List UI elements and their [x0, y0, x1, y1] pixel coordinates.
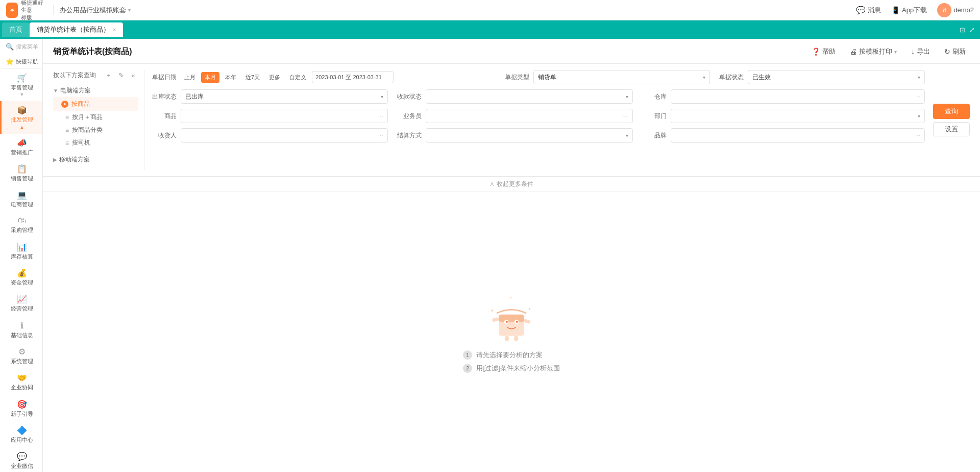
- collapse-bar[interactable]: ∧ 收起更多条件: [43, 177, 980, 192]
- date-range-input[interactable]: [312, 71, 394, 83]
- svg-text:✦: ✦: [490, 308, 494, 314]
- payment-status-control[interactable]: ▾: [426, 89, 633, 104]
- guide-icon: 🎯: [17, 399, 27, 409]
- tabbar: 首页 销货单统计表（按商品） × ⊡ ⤢: [0, 20, 980, 39]
- refresh-icon: ↻: [944, 48, 950, 56]
- out-status-label: 出库状态: [151, 92, 177, 101]
- scheme-subitem-month-goods[interactable]: ≡ 按月＋商品: [53, 111, 138, 124]
- sidebar-item-ecommerce[interactable]: 💻 电商管理: [0, 186, 42, 212]
- date-btn-this-year[interactable]: 本年: [222, 72, 240, 83]
- filter-field-out-status: 出库状态 已出库 ▾: [151, 89, 388, 104]
- tab-active[interactable]: 销货单统计表（按商品） ×: [30, 22, 123, 37]
- receiver-dots: ···: [378, 132, 383, 139]
- doc-status-label: 单据状态: [718, 73, 744, 82]
- tab-close-icon[interactable]: ×: [113, 27, 116, 33]
- content-area: 销货单统计表(按商品) ❓ 帮助 🖨 按模板打印 ▾ ↓ 导出 ↻ 刷新: [43, 39, 980, 472]
- settings-btn[interactable]: 设置: [933, 122, 970, 136]
- scheme-collapse-btn[interactable]: «: [128, 70, 138, 80]
- system-icon: ⚙: [18, 347, 26, 357]
- date-btn-more[interactable]: 更多: [265, 72, 284, 83]
- pin-icon[interactable]: ⊡: [960, 26, 965, 34]
- wechat-icon: 💬: [17, 452, 27, 461]
- fullscreen-icon[interactable]: ⤢: [969, 26, 975, 34]
- sidebar-item-inventory[interactable]: 📊 库存核算: [0, 238, 42, 264]
- help-btn[interactable]: ❓ 帮助: [807, 45, 840, 58]
- scheme-group-mobile: ▶ 移动端方案: [53, 153, 138, 166]
- settlement-control[interactable]: ▾: [426, 128, 633, 143]
- app-download-btn[interactable]: 📱 App下载: [891, 6, 927, 15]
- filter-field-date: 单据日期 上月 本月 本年 近7天 更多 自定义: [151, 71, 496, 83]
- receiver-control[interactable]: ···: [181, 128, 388, 143]
- scheme-panel: 按以下方案查询 + ✎ « ▼ 电脑端方案 ● 按商品: [53, 70, 145, 170]
- date-btn-7days[interactable]: 近7天: [242, 72, 263, 83]
- scheme-item-by-goods[interactable]: ● 按商品: [53, 97, 138, 111]
- sidebar-item-marketing[interactable]: 📣 营销推广: [0, 134, 42, 160]
- sidebar-item-basic-info[interactable]: ℹ 基础信息: [0, 317, 42, 343]
- filter-field-salesperson: 业务员 ···: [396, 109, 633, 123]
- brand-control[interactable]: ···: [671, 128, 925, 143]
- industry-selector[interactable]: 办公用品行业模拟账套 ▾: [60, 6, 131, 15]
- sidebar-item-purchase[interactable]: 🛍 采购管理: [0, 212, 42, 238]
- logo-text: 畅捷通好生意 标版: [21, 0, 47, 21]
- scheme-subitem-driver[interactable]: ≡ 按司机: [53, 136, 138, 149]
- collab-icon: 🤝: [17, 373, 27, 383]
- filter-field-doc-status: 单据状态 已生效 ▾: [718, 70, 925, 84]
- sidebar-item-sales[interactable]: 📋 销售管理: [0, 160, 42, 186]
- logo-icon: [6, 3, 18, 18]
- filter-field-department: 部门 ▾: [641, 109, 925, 123]
- warehouse-control[interactable]: ···: [671, 89, 925, 104]
- finance-icon: 💰: [17, 268, 27, 278]
- warehouse-dots: ···: [915, 93, 920, 100]
- out-status-control[interactable]: 已出库 ▾: [181, 89, 388, 104]
- refresh-btn[interactable]: ↻ 刷新: [940, 45, 970, 58]
- app-download-icon: 📱: [891, 6, 900, 14]
- hint-number-1: 1: [463, 350, 472, 360]
- sidebar-item-apps[interactable]: 🔷 应用中心: [0, 421, 42, 447]
- scheme-edit-btn[interactable]: ✎: [116, 70, 126, 80]
- department-control[interactable]: ▾: [671, 109, 925, 123]
- brand-label: 品牌: [641, 131, 667, 140]
- date-btn-custom[interactable]: 自定义: [286, 72, 310, 83]
- sidebar-item-guide[interactable]: 🎯 新手引导: [0, 395, 42, 421]
- print-btn[interactable]: 🖨 按模板打印 ▾: [846, 45, 901, 58]
- empty-hint-1: 1 请先选择要分析的方案: [463, 350, 559, 360]
- date-btn-last-month[interactable]: 上月: [181, 72, 199, 83]
- tab-home[interactable]: 首页: [2, 22, 30, 37]
- sidebar-quick-nav[interactable]: ⭐ 快捷导航: [0, 55, 42, 69]
- sidebar-item-wechat[interactable]: 💬 企业微信: [0, 447, 42, 472]
- sidebar-item-collab[interactable]: 🤝 企业协同: [0, 369, 42, 395]
- sidebar-item-system[interactable]: ⚙ 系统管理: [0, 343, 42, 369]
- scheme-subitem-category[interactable]: ≡ 按商品分类: [53, 124, 138, 136]
- salesperson-dots: ···: [623, 112, 628, 120]
- sidebar-item-wholesale[interactable]: 📦 批发管理 ▲: [0, 101, 42, 133]
- doc-type-control[interactable]: 销货单 ▾: [533, 70, 710, 84]
- scheme-group-pc-title[interactable]: ▼ 电脑端方案: [53, 84, 138, 97]
- scheme-group-mobile-title[interactable]: ▶ 移动端方案: [53, 153, 138, 166]
- filter-row-2: 出库状态 已出库 ▾ 收款状态 ▾: [151, 89, 925, 104]
- topbar-divider: [53, 5, 54, 15]
- salesperson-control[interactable]: ···: [426, 109, 633, 123]
- goods-dots: ···: [378, 112, 383, 120]
- query-btn[interactable]: 查询: [933, 104, 970, 119]
- sidebar-item-operations[interactable]: 📈 经营管理: [0, 290, 42, 316]
- filter-field-goods: 商品 ···: [151, 109, 388, 123]
- scheme-item-icon-goods: ●: [61, 101, 68, 108]
- sidebar-item-finance[interactable]: 💰 资金管理: [0, 264, 42, 290]
- sidebar: 🔍 搜索菜单 ⭐ 快捷导航 🛒 零售管理 ▼ 📦 批发管理 ▲ 📣 营销推广 📋…: [0, 39, 43, 472]
- empty-state: ✦ ✦ ✦ 1 请先选择要分析的方案 2 用[过滤]条件来缩小分析范围: [43, 192, 980, 472]
- scheme-header: 按以下方案查询 + ✎ «: [53, 70, 138, 80]
- filter-field-doc-type: 单据类型 销货单 ▾: [504, 70, 710, 84]
- operations-icon: 📈: [17, 294, 27, 304]
- payment-status-caret: ▾: [626, 94, 628, 100]
- doc-status-control[interactable]: 已生效 ▾: [748, 70, 925, 84]
- filter-field-brand: 品牌 ···: [641, 128, 925, 143]
- date-btn-this-month[interactable]: 本月: [201, 72, 219, 83]
- sidebar-item-retail[interactable]: 🛒 零售管理 ▼: [0, 69, 42, 101]
- user-menu[interactable]: d demo2: [937, 3, 974, 17]
- goods-control[interactable]: ···: [181, 109, 388, 123]
- export-btn[interactable]: ↓ 导出: [907, 45, 934, 58]
- sidebar-search[interactable]: 🔍 搜索菜单: [0, 39, 42, 55]
- message-btn[interactable]: 💬 消息: [856, 6, 881, 15]
- scheme-add-btn[interactable]: +: [104, 70, 114, 80]
- help-icon: ❓: [812, 48, 820, 56]
